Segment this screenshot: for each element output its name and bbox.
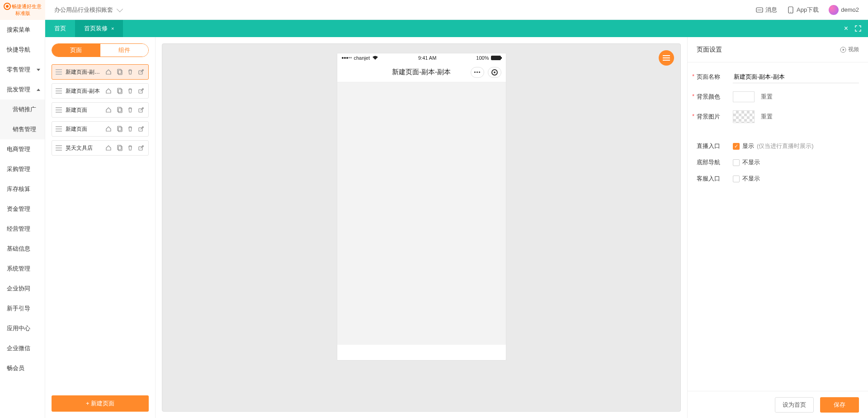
- page-list-panel: 页面 组件 新建页面-副本-...新建页面-副本新建页面新建页面昊天文具店 + …: [45, 37, 156, 418]
- messages-link[interactable]: 消息: [756, 6, 777, 14]
- bg-color-label: 背景颜色: [697, 93, 733, 101]
- sidebar-item[interactable]: 经营管理: [0, 219, 45, 239]
- sidebar-item[interactable]: 资金管理: [0, 199, 45, 219]
- share-icon[interactable]: [137, 106, 145, 114]
- share-icon[interactable]: [137, 144, 145, 152]
- del-icon[interactable]: [127, 87, 134, 95]
- sidebar-item[interactable]: 基础信息: [0, 239, 45, 259]
- sidebar-item[interactable]: 畅会员: [0, 358, 45, 378]
- drag-handle-icon[interactable]: [56, 126, 62, 132]
- home-icon[interactable]: [105, 125, 112, 133]
- download-label: App下载: [797, 6, 819, 14]
- drawer-toggle-button[interactable]: [659, 50, 674, 66]
- sidebar-item-label: 经营管理: [7, 225, 30, 233]
- copy-icon[interactable]: [116, 144, 123, 152]
- del-icon[interactable]: [127, 144, 134, 152]
- close-all-icon[interactable]: ×: [844, 24, 848, 33]
- topbar: 畅捷通好生意 标准版 办公用品行业模拟账套 消息 App下载 demo2: [0, 0, 868, 20]
- canvas-area: chanjet 9:41 AM 100% 新建页面-副本-副本: [162, 43, 681, 412]
- page-item[interactable]: 新建页面: [52, 121, 149, 137]
- top-actions: 消息 App下载 demo2: [756, 5, 859, 15]
- live-hint: (仅当进行直播时展示): [757, 142, 814, 150]
- sidebar-item[interactable]: 销售管理: [0, 119, 45, 139]
- del-icon[interactable]: [127, 106, 134, 114]
- page-list: 新建页面-副本-...新建页面-副本新建页面新建页面昊天文具店: [52, 64, 149, 389]
- home-icon[interactable]: [105, 87, 112, 95]
- page-name-input[interactable]: [733, 71, 859, 83]
- share-icon[interactable]: [137, 87, 145, 95]
- sidebar-item[interactable]: 企业微信: [0, 338, 45, 358]
- tab[interactable]: 首页: [45, 20, 75, 37]
- set-home-button[interactable]: 设为首页: [775, 397, 814, 413]
- bg-image-reset[interactable]: 重置: [761, 113, 773, 121]
- sidebar-item[interactable]: 零售管理: [0, 60, 45, 80]
- bg-image-swatch[interactable]: [733, 110, 755, 123]
- save-button[interactable]: 保存: [820, 397, 859, 413]
- seg-page[interactable]: 页面: [52, 44, 100, 57]
- copy-icon[interactable]: [116, 87, 123, 95]
- sidebar-item[interactable]: 快捷导航: [0, 40, 45, 60]
- fullscreen-icon[interactable]: [854, 25, 862, 32]
- sidebar-item[interactable]: 电商管理: [0, 139, 45, 159]
- sidebar-item-label: 应用中心: [7, 324, 30, 332]
- tabbar: 首页首页装修× ×: [45, 20, 868, 37]
- sidebar-item-label: 系统管理: [7, 265, 30, 273]
- seg-component[interactable]: 组件: [100, 44, 149, 57]
- new-page-button[interactable]: + 新建页面: [52, 395, 149, 412]
- sidebar-item-label: 批发管理: [7, 86, 30, 94]
- brand-logo: 畅捷通好生意 标准版: [0, 0, 45, 20]
- copy-icon[interactable]: [116, 125, 123, 133]
- miniapp-menu-button[interactable]: [471, 67, 484, 78]
- copy-icon[interactable]: [116, 68, 123, 76]
- page-item[interactable]: 新建页面-副本: [52, 83, 149, 99]
- home-icon[interactable]: [105, 106, 112, 114]
- drag-handle-icon[interactable]: [56, 69, 62, 75]
- copy-icon[interactable]: [116, 106, 123, 114]
- live-show-label: 显示: [742, 142, 754, 150]
- bottom-nav-checkbox[interactable]: [733, 159, 740, 166]
- sidebar-item[interactable]: 营销推广: [0, 100, 45, 119]
- sidebar-item[interactable]: 系统管理: [0, 259, 45, 279]
- sidebar-item-label: 库存核算: [7, 185, 30, 193]
- miniapp-close-button[interactable]: [488, 67, 501, 78]
- app-download-link[interactable]: App下载: [787, 6, 819, 14]
- sidebar-item-label: 营销推广: [13, 105, 36, 114]
- sidebar-item[interactable]: 企业协同: [0, 279, 45, 299]
- tabbar-tools: ×: [838, 20, 868, 37]
- brand-name: 畅捷通好生意: [12, 3, 42, 10]
- page-item-name: 新建页面: [66, 106, 101, 114]
- tab[interactable]: 首页装修×: [75, 20, 123, 37]
- live-checkbox[interactable]: ✓: [733, 143, 740, 150]
- sidebar-item[interactable]: 应用中心: [0, 318, 45, 338]
- page-item[interactable]: 昊天文具店: [52, 140, 149, 156]
- sidebar-item[interactable]: 搜索菜单: [0, 20, 45, 40]
- bg-color-reset[interactable]: 重置: [761, 93, 773, 101]
- sidebar-item-label: 畅会员: [7, 364, 24, 372]
- phone-body[interactable]: [337, 82, 506, 345]
- caret-icon: [37, 69, 40, 71]
- battery-icon: [491, 56, 501, 60]
- drag-handle-icon[interactable]: [56, 88, 62, 94]
- home-icon[interactable]: [105, 68, 112, 76]
- share-icon[interactable]: [137, 125, 145, 133]
- tab-close-icon[interactable]: ×: [111, 26, 114, 31]
- battery-label: 100%: [476, 55, 489, 61]
- page-item[interactable]: 新建页面-副本-...: [52, 64, 149, 80]
- user-menu[interactable]: demo2: [829, 5, 859, 15]
- sidebar-item[interactable]: 采购管理: [0, 159, 45, 179]
- sidebar-item[interactable]: 新手引导: [0, 299, 45, 318]
- account-selector[interactable]: 办公用品行业模拟账套: [54, 6, 122, 14]
- sidebar-item[interactable]: 批发管理: [0, 80, 45, 100]
- video-link[interactable]: 视频: [840, 46, 859, 53]
- sidebar-item-label: 零售管理: [7, 66, 30, 74]
- service-checkbox[interactable]: [733, 176, 740, 182]
- sidebar-item[interactable]: 库存核算: [0, 179, 45, 199]
- share-icon[interactable]: [137, 68, 145, 76]
- del-icon[interactable]: [127, 125, 134, 133]
- home-icon[interactable]: [105, 144, 112, 152]
- del-icon[interactable]: [127, 68, 134, 76]
- page-item[interactable]: 新建页面: [52, 102, 149, 118]
- drag-handle-icon[interactable]: [56, 145, 62, 151]
- bg-color-swatch[interactable]: [733, 91, 755, 102]
- drag-handle-icon[interactable]: [56, 107, 62, 113]
